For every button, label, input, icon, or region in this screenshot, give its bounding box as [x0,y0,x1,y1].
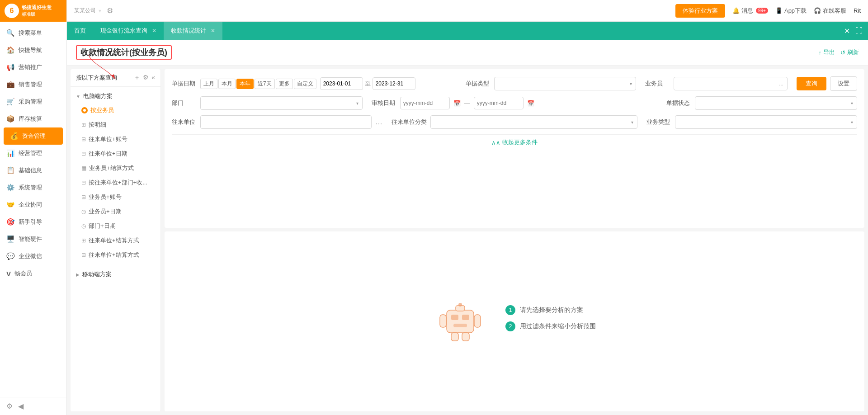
sidebar-item-label: 搜索菜单 [19,29,42,37]
svg-rect-1 [447,310,474,333]
sidebar-item-marketing[interactable]: 📢营销推广 [0,59,66,76]
date-btn-7days[interactable]: 近7天 [255,79,275,89]
scheme-group-desktop-title[interactable]: ▼ 电脑端方案 [71,90,160,103]
tab-home[interactable]: 首页 [67,22,93,40]
tab-receipt-label: 收款情况统计 [171,27,206,35]
user-name[interactable]: Rit [854,7,861,14]
query-button[interactable]: 查询 [797,77,826,90]
trial-button[interactable]: 体验行业方案 [675,4,725,18]
tab-receipt[interactable]: 收款情况统计 ✕ [164,22,222,40]
scheme-collapse-icon[interactable]: « [151,74,155,82]
date-btn-more[interactable]: 更多 [276,79,293,89]
unit-more-icon[interactable]: … [375,118,382,126]
sidebar-item-inventory[interactable]: 📦库存核算 [0,110,66,127]
scheme-item-unit-date[interactable]: ⊟ 往来单位+日期 [71,146,160,161]
scheme-item-unit-payment1[interactable]: ⊞ 往来单位+结算方式 [71,233,160,248]
table3-icon: ⊟ [81,179,86,186]
scheme-item-unit-account[interactable]: ⊟ 往来单位+账号 [71,132,160,146]
sidebar-item-system[interactable]: ⚙️系统管理 [0,179,66,196]
table-icon: ⊟ [81,136,86,142]
sidebar-item-operations[interactable]: 📊经营管理 [0,145,66,162]
scheme-item-dept-date[interactable]: ◷ 部门+日期 [71,219,160,233]
tab-bank-close[interactable]: ✕ [152,28,156,34]
collapse-sidebar-icon[interactable]: ◀ [18,402,24,410]
doctype-select[interactable]: ▾ [494,77,637,90]
topbar-gear-icon[interactable]: ⚙ [107,6,113,15]
date-btn-last-month[interactable]: 上月 [200,79,217,89]
messages-btn[interactable]: 🔔 消息 99+ [732,7,768,15]
date-btn-this-year[interactable]: 本年 [236,79,254,89]
date-to-input[interactable] [373,77,415,90]
scheme-group-mobile: ▶ 移动端方案 [71,265,160,284]
app-download-btn[interactable]: 📱 App下载 [775,7,807,15]
review-date-from-input[interactable] [400,97,450,109]
scheme-item-staff-payment[interactable]: ▦ 业务员+结算方式 [71,161,160,175]
tab-close-all-icon[interactable]: ✕ [844,27,850,35]
operations-icon: 📊 [6,149,15,157]
sidebar-item-member[interactable]: V畅会员 [0,265,66,282]
scheme-item-label: 部门+日期 [89,222,116,230]
export-btn[interactable]: ↑ 导出 [819,48,835,57]
date-buttons: 上月 本月 本年 近7天 更多 自定义 [200,79,316,89]
date-btn-this-month[interactable]: 本月 [218,79,236,89]
bell-icon: 🔔 [732,7,740,14]
home-icon: 🏠 [6,46,15,54]
collapse-filter-btn[interactable]: ∧∧ 收起更多条件 [172,134,857,150]
sidebar-item-label: 企业协同 [19,201,42,209]
filter-field-biz-type: 业务类型 ▾ [646,115,857,129]
settings-button[interactable]: 设置 [830,76,857,91]
unit-class-select[interactable]: ▾ [430,115,637,129]
tab-bank[interactable]: 现金银行流水查询 ✕ [93,22,164,40]
tab-fullscreen-icon[interactable]: ⛶ [855,27,863,35]
sidebar-item-corp[interactable]: 🤝企业协同 [0,196,66,213]
scheme-item-staff-account[interactable]: ⊟ 业务员+账号 [71,190,160,204]
docstatus-select[interactable]: ▾ [695,96,857,110]
sidebar-item-sales[interactable]: 💼销售管理 [0,76,66,93]
settings-bottom-icon[interactable]: ⚙ [6,402,13,410]
scheme-item-unit-dept[interactable]: ⊟ 按往来单位+部门+收... [71,175,160,190]
scheme-item-staff-date[interactable]: ◷ 业务员+日期 [71,204,160,219]
step-1-num: 1 [505,305,515,315]
date-range: 上月 本月 本年 近7天 更多 自定义 至 [200,77,415,90]
sidebar-item-label: 经营管理 [19,149,42,157]
sidebar-item-finance[interactable]: 💰资金管理 [4,127,63,145]
tab-home-label: 首页 [74,27,86,35]
date-btn-custom[interactable]: 自定义 [294,79,316,89]
sidebar-item-purchase[interactable]: 🛒采购管理 [0,93,66,110]
refresh-btn[interactable]: ↺ 刷新 [840,48,859,57]
scheme-group-mobile-title[interactable]: ▶ 移动端方案 [71,268,160,281]
svg-rect-10 [462,333,469,341]
filter-form: 单据日期 上月 本月 本年 近7天 更多 自定义 [165,69,864,228]
tab-receipt-close[interactable]: ✕ [211,28,215,34]
doctype-arrow-icon: ▾ [630,81,632,86]
purchase-icon: 🛒 [6,98,15,106]
date-from-input[interactable] [320,77,363,90]
scheme-header: 按以下方案查询 ＋ ⚙ « [71,69,160,87]
unit-select[interactable] [200,115,372,129]
sidebar-item-wechat[interactable]: 💬企业微信 [0,248,66,265]
active-dot-icon [81,107,88,113]
biz-type-label: 业务类型 [646,118,671,126]
dept-arrow-icon: ▾ [356,101,359,106]
step-2-text: 用过滤条件来缩小分析范围 [520,322,596,330]
scheme-add-icon[interactable]: ＋ [134,74,140,82]
scheme-item-unit-payment2[interactable]: ⊟ 往来单位+结算方式 [71,248,160,262]
clock-icon: ◷ [81,208,86,215]
sidebar-item-search[interactable]: 🔍搜索菜单 [0,24,66,42]
sidebar-item-basic[interactable]: 📋基础信息 [0,162,66,179]
dept-select[interactable]: ▾ [200,96,363,110]
scheme-item-detail[interactable]: ⊞ 按明细 [71,118,160,132]
online-service-btn[interactable]: 🎧 在线客服 [814,7,846,15]
sidebar-item-hardware[interactable]: 🖥️智能硬件 [0,231,66,248]
scheme-settings-icon[interactable]: ⚙ [143,74,149,82]
sidebar-item-guide[interactable]: 🎯新手引导 [0,213,66,231]
sidebar-item-label: 新手引导 [19,218,42,226]
sales-icon: 💼 [6,80,15,89]
review-date-to-input[interactable] [474,97,524,109]
staff-select[interactable]: … [674,77,788,90]
scheme-item-staff[interactable]: 按业务员 [71,103,160,118]
biz-type-select[interactable]: ▾ [675,115,857,129]
sidebar-item-quicknav[interactable]: 🏠快捷导航 [0,42,66,59]
online-service-label: 在线客服 [823,7,846,15]
messages-label: 消息 [741,7,753,15]
